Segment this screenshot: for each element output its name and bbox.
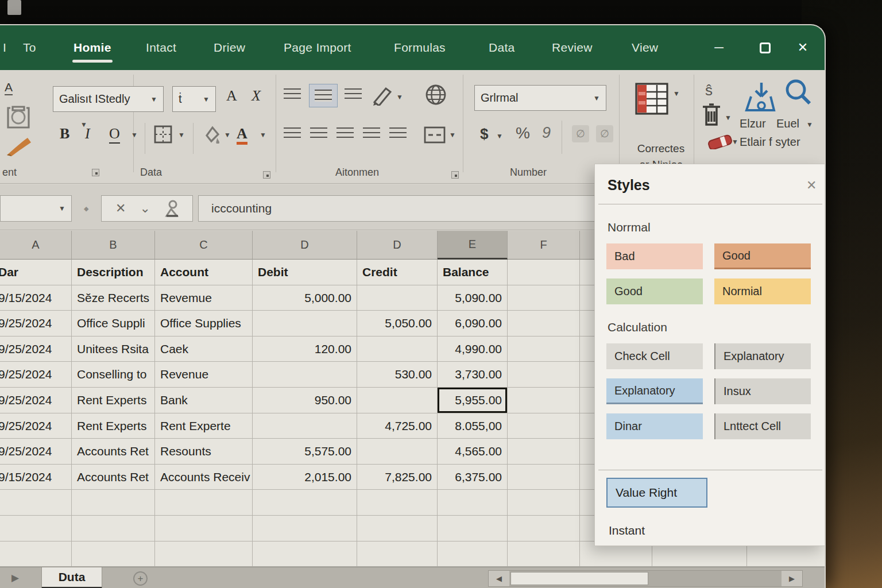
style-chip-insux[interactable]: Insux — [714, 378, 811, 404]
cell[interactable] — [155, 516, 253, 541]
comma-style-button[interactable]: 9 — [542, 124, 551, 142]
cell[interactable] — [72, 516, 155, 541]
merge-dropdown[interactable]: ▼ — [449, 131, 456, 139]
cell[interactable] — [0, 541, 72, 567]
fill-down-icon[interactable] — [744, 80, 780, 114]
cell[interactable] — [0, 516, 72, 541]
borders-dropdown[interactable]: ▼ — [178, 131, 185, 139]
sort-filter-label[interactable]: Etlair f syter — [740, 136, 800, 149]
cell[interactable] — [253, 413, 357, 439]
cell[interactable]: 4,725.00 — [357, 413, 438, 439]
cell[interactable]: 120.00 — [253, 336, 357, 362]
scrollbar-thumb[interactable] — [510, 572, 648, 585]
clipboard-dialog-launcher[interactable] — [92, 169, 99, 176]
cell[interactable]: 4,565.00 — [438, 439, 508, 465]
cell[interactable]: Description — [72, 260, 155, 285]
cell[interactable]: 9/15/2024 — [0, 285, 72, 311]
cell[interactable] — [155, 490, 253, 516]
cell[interactable] — [508, 311, 580, 336]
cell[interactable]: Rent Experts — [72, 413, 155, 439]
cell[interactable]: Rent Experte — [155, 413, 253, 439]
cell[interactable]: 2,015.00 — [253, 465, 357, 490]
cell[interactable] — [253, 362, 357, 388]
fill-color-icon[interactable] — [202, 125, 222, 144]
currency-dropdown[interactable]: ▼ — [496, 132, 503, 140]
delete-dropdown[interactable]: ▼ — [725, 114, 732, 122]
number-format-select[interactable]: Grlrmal ▼ — [474, 85, 606, 111]
style-chip-explanatory[interactable]: Explanatory — [714, 343, 811, 369]
cell[interactable]: Revenue — [155, 362, 253, 388]
align-center-icon[interactable] — [310, 127, 327, 140]
cell[interactable]: 9/25/2024 — [0, 362, 72, 388]
increase-decimal-icon[interactable]: ∅ — [572, 125, 589, 142]
cell[interactable]: 5,090.00 — [438, 285, 508, 311]
find-select-icon[interactable] — [784, 78, 812, 106]
menu-tab-intact[interactable]: Intact — [146, 25, 176, 70]
font-color-button[interactable]: A — [237, 125, 247, 142]
style-chip-check-cell[interactable]: Check Cell — [606, 343, 703, 369]
increase-indent-icon[interactable] — [389, 127, 407, 140]
style-chip-dinar[interactable]: Dinar — [606, 413, 703, 439]
currency-button[interactable]: $ — [480, 125, 488, 143]
cell[interactable] — [508, 260, 580, 285]
conditional-formatting-icon[interactable] — [635, 83, 668, 115]
menu-tab-formulas[interactable]: Formulas — [394, 25, 446, 70]
find-label[interactable]: Euel — [776, 117, 799, 130]
menu-tab-homie[interactable]: Homie — [74, 25, 111, 70]
cell[interactable]: 6,090.00 — [438, 311, 508, 336]
scroll-right-button[interactable]: ▶ — [782, 571, 802, 586]
cell[interactable] — [508, 439, 580, 465]
cell[interactable] — [253, 311, 357, 336]
grow-font-button[interactable]: A — [226, 87, 237, 105]
cell[interactable]: Unitees Rsita — [72, 336, 155, 362]
column-header-D[interactable]: D — [253, 231, 357, 260]
cell[interactable]: 5,955.00 — [438, 388, 508, 413]
align-top-icon[interactable] — [284, 88, 301, 100]
globe-icon[interactable] — [425, 84, 447, 106]
align-middle-icon[interactable] — [315, 90, 332, 102]
insert-function-icon[interactable] — [164, 200, 180, 217]
cell[interactable] — [357, 439, 438, 465]
font-name-select[interactable]: Galisıt IStedly ▼ — [53, 86, 164, 112]
cell[interactable] — [0, 490, 72, 516]
shrink-font-button[interactable]: X — [252, 87, 261, 105]
add-sheet-button[interactable]: + — [133, 571, 148, 586]
cell[interactable]: 5,000.00 — [253, 285, 357, 311]
formula-input[interactable]: icccounting — [198, 195, 595, 222]
cell[interactable] — [253, 516, 357, 541]
cell[interactable]: 9/25/2024 — [0, 439, 72, 465]
column-header-A[interactable]: A — [0, 231, 72, 260]
cell[interactable] — [508, 516, 580, 541]
menu-tab-driew[interactable]: Driew — [214, 25, 245, 70]
cell[interactable]: 6,375.00 — [438, 465, 508, 490]
clipboard-icon[interactable] — [5, 103, 32, 130]
style-chip-selected[interactable]: Value Right — [606, 478, 707, 508]
cell[interactable] — [357, 541, 438, 567]
enter-button[interactable]: ⌄ — [140, 201, 150, 216]
merge-center-icon[interactable] — [424, 126, 446, 144]
bold-button[interactable]: B — [60, 125, 69, 142]
orientation-icon[interactable] — [371, 85, 394, 106]
font-size-select[interactable]: ṫ ▼ — [172, 86, 216, 112]
menu-tab-i[interactable]: I — [3, 25, 6, 70]
underline-button[interactable]: O — [109, 125, 120, 144]
font-color-dropdown[interactable]: ▼ — [260, 131, 266, 139]
cell[interactable]: Account — [155, 260, 253, 285]
clear-eraser-icon[interactable] — [707, 134, 733, 149]
column-header-F[interactable]: F — [508, 231, 580, 260]
cell[interactable] — [508, 413, 580, 439]
align-bottom-icon[interactable] — [345, 88, 362, 100]
cell[interactable]: Office Suppli — [72, 311, 155, 336]
style-chip-bad[interactable]: Bad — [606, 243, 703, 269]
cell[interactable] — [155, 541, 253, 567]
style-chip-good[interactable]: Good — [606, 278, 703, 304]
paste-partial-icon[interactable]: A — [5, 80, 13, 95]
cell[interactable]: Sĕze Recerts — [72, 285, 155, 311]
autosum-icon[interactable]: ŝ — [705, 82, 713, 99]
menu-tab-to[interactable]: To — [23, 25, 36, 70]
sheet-tab-active[interactable]: Duta — [41, 567, 102, 588]
menu-tab-page-import[interactable]: Page Import — [284, 25, 351, 70]
menu-tab-review[interactable]: Review — [552, 25, 593, 70]
cell[interactable]: 7,825.00 — [357, 465, 438, 490]
cancel-button[interactable]: ✕ — [115, 201, 126, 216]
